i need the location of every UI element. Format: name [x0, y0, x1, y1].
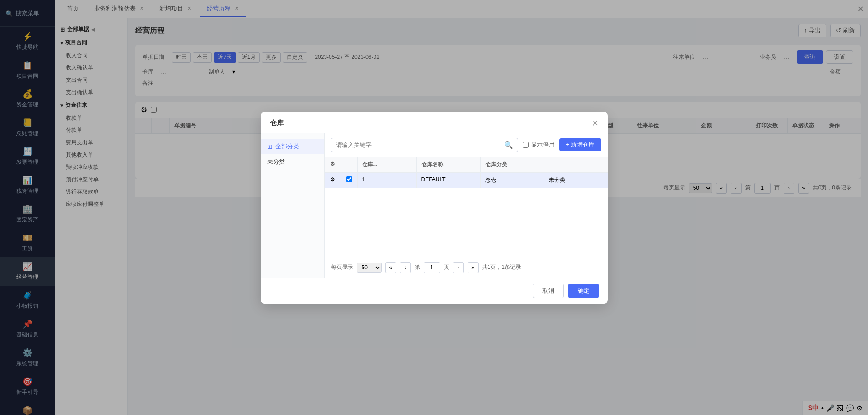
- modal-confirm-btn[interactable]: 确定: [568, 284, 599, 298]
- category-all-label: 全部分类: [275, 142, 299, 151]
- row-check[interactable]: [341, 173, 358, 188]
- modal-prev-page-btn[interactable]: ‹: [400, 262, 411, 273]
- modal-search-icon[interactable]: 🔍: [500, 138, 518, 152]
- show-disabled-text: 显示停用: [531, 141, 555, 149]
- modal-page-size-select[interactable]: 50 100: [357, 263, 382, 273]
- warehouse-modal: 仓库 ✕ ⊞ 全部分类 未分类 🔍: [261, 112, 608, 304]
- modal-table-head: ⚙ 仓库... 仓库名称 仓库分类: [325, 157, 608, 173]
- row-wh-category: 未分类: [544, 173, 608, 188]
- mth-check: [341, 157, 358, 172]
- modal-search-box: 🔍: [331, 138, 519, 152]
- category-unclassified-label: 未分类: [267, 158, 285, 166]
- modal-close-btn[interactable]: ✕: [592, 118, 599, 128]
- mth-gear: ⚙: [325, 157, 341, 172]
- modal-cancel-btn[interactable]: 取消: [533, 284, 564, 298]
- modal-right: 🔍 显示停用 + 新增仓库 ⚙: [325, 133, 608, 278]
- modal-page-total: 共1页，1条记录: [482, 263, 521, 271]
- modal-page-input[interactable]: [424, 262, 440, 273]
- modal-title: 仓库: [270, 119, 284, 127]
- modal-table: ⚙ 仓库... 仓库名称 仓库分类: [325, 157, 608, 257]
- modal-footer-pagination: 每页显示 50 100 « ‹ 第 页 › » 共1页，1条记录: [325, 257, 608, 278]
- modal-next-page-btn[interactable]: ›: [453, 262, 464, 273]
- grid-icon-cat: ⊞: [267, 143, 273, 150]
- modal-last-page-btn[interactable]: »: [468, 262, 479, 273]
- modal-page-size-label: 每页显示: [331, 263, 353, 271]
- modal-header: 仓库 ✕: [261, 112, 608, 133]
- mth-category: 仓库分类: [481, 157, 608, 172]
- add-warehouse-button[interactable]: + 新增仓库: [559, 138, 601, 151]
- modal-toolbar: 🔍 显示停用 + 新增仓库: [325, 133, 608, 157]
- row-checkbox[interactable]: [346, 176, 352, 182]
- modal-search-input[interactable]: [331, 139, 500, 151]
- mth-code: 仓库...: [358, 157, 417, 172]
- show-disabled-label[interactable]: 显示停用: [523, 141, 555, 149]
- warehouse-row-1[interactable]: ⚙ 1 DEFAULT 总仓 未分类: [325, 173, 608, 188]
- row-gear[interactable]: ⚙: [325, 173, 341, 188]
- modal-actions: 取消 确定: [261, 278, 608, 304]
- category-all[interactable]: ⊞ 全部分类: [261, 139, 324, 154]
- modal-first-page-btn[interactable]: «: [385, 262, 396, 273]
- show-disabled-checkbox[interactable]: [523, 142, 529, 148]
- modal-body: ⊞ 全部分类 未分类 🔍 显示停用: [261, 133, 608, 278]
- modal-categories: ⊞ 全部分类 未分类: [261, 133, 325, 278]
- modal-page-word: 第: [415, 263, 420, 271]
- row-code: 1: [358, 173, 417, 188]
- row-wh-code: DEFAULT: [417, 173, 481, 188]
- category-unclassified[interactable]: 未分类: [261, 154, 324, 170]
- modal-page-word-2: 页: [444, 263, 449, 271]
- modal-overlay: 仓库 ✕ ⊞ 全部分类 未分类 🔍: [0, 0, 868, 415]
- row-wh-name: 总仓: [481, 173, 545, 188]
- mth-name: 仓库名称: [417, 157, 481, 172]
